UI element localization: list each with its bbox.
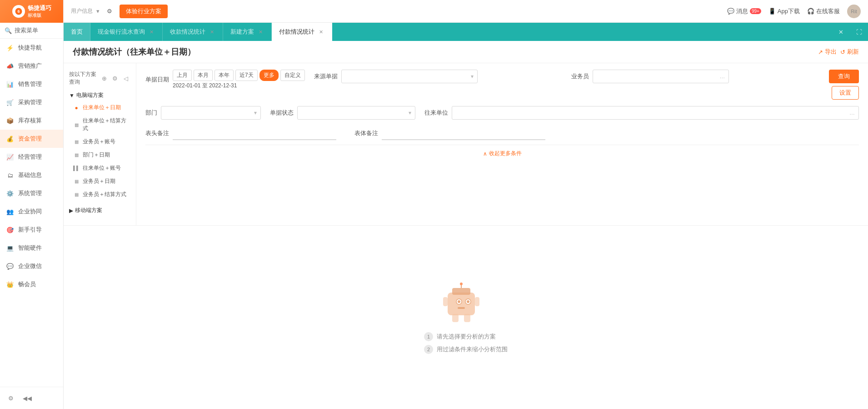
scheme-dept-date[interactable]: ▦ 部门＋日期	[64, 148, 136, 162]
dropdown-icon3: ▾	[254, 110, 257, 116]
gear-icon[interactable]: ⚙	[103, 5, 116, 18]
scheme-partner-settlement[interactable]: ▦ 往来单位＋结算方式	[64, 114, 136, 135]
empty-state: 1 请先选择要分析的方案 2 用过滤条件来缩小分析范围	[64, 226, 868, 409]
sidebar-item-label-operations: 经营管理	[18, 153, 42, 161]
search-icon: 🔍	[5, 27, 12, 34]
add-scheme-icon[interactable]: ⊕	[100, 74, 109, 83]
date-this-year-btn[interactable]: 本年	[215, 70, 234, 81]
staff-field: 业务员 …	[571, 70, 820, 83]
sidebar-item-label-marketing: 营销推广	[18, 62, 42, 70]
sidebar-item-marketing[interactable]: 📣 营销推广	[0, 57, 63, 75]
sidebar-item-enterprise[interactable]: 👥 企业协同	[0, 202, 63, 221]
table-scheme-icon2: ▦	[73, 138, 80, 146]
tab-close-all-btn[interactable]: ✕	[832, 23, 850, 41]
filter-sidebar-header: 按以下方案查询 ⊕ ⚙ ◁	[64, 69, 136, 90]
refresh-btn[interactable]: ↺ 刷新	[840, 48, 859, 56]
export-btn[interactable]: ↗ 导出	[818, 48, 837, 56]
tab-collection-label: 收款情况统计	[170, 28, 205, 36]
scheme-staff-settlement[interactable]: ▦ 业务员＋结算方式	[64, 188, 136, 201]
collapse-conditions-btn[interactable]: ∧ 收起更多条件	[145, 145, 859, 162]
sidebar-item-purchase[interactable]: 🛒 采购管理	[0, 93, 63, 111]
date-7days-btn[interactable]: 近7天	[235, 70, 258, 81]
app-download-item[interactable]: 📱 App下载	[768, 7, 800, 15]
tab-collection-stats[interactable]: 收款情况统计 ✕	[163, 23, 223, 41]
tab-home[interactable]: 首页	[64, 23, 90, 41]
date-last-month-btn[interactable]: 上月	[173, 70, 192, 81]
sidebar-item-inventory[interactable]: 📦 库存核算	[0, 111, 63, 130]
tab-bank-flow-label: 现金银行流水查询	[98, 28, 145, 36]
tab-bar-right: ✕ ⛶	[832, 23, 868, 41]
staff-select[interactable]: …	[593, 70, 729, 83]
query-btn[interactable]: 查询	[829, 70, 859, 83]
settings-scheme-icon[interactable]: ⚙	[110, 74, 120, 83]
doc-status-select[interactable]: ▾	[297, 106, 415, 120]
dept-select[interactable]: ▾	[161, 106, 261, 120]
scheme-staff-account-label: 业务员＋账号	[83, 138, 115, 146]
scheme-staff-date[interactable]: ▦ 业务员＋日期	[64, 175, 136, 188]
mobile-schemes-group: ▶ 移动端方案	[64, 205, 136, 216]
close-icon[interactable]: ✕	[317, 28, 324, 35]
expand-icon: ▼	[69, 92, 75, 99]
body-note-input[interactable]	[382, 126, 545, 140]
scheme-staff-account[interactable]: ▦ 业务员＋账号	[64, 135, 136, 148]
cart-icon: 🛒	[5, 98, 15, 107]
tab-payment-stats[interactable]: 付款情况统计 ✕	[272, 23, 332, 41]
desktop-schemes-title[interactable]: ▼ 电脑端方案	[64, 90, 136, 101]
collapse-bottom-btn[interactable]: ◀◀	[21, 392, 34, 404]
online-service-item[interactable]: 🎧 在线客服	[807, 7, 840, 15]
scheme-partner-account[interactable]: ▌▌ 往来单位＋账号	[64, 162, 136, 175]
avatar[interactable]: Rit	[847, 5, 861, 18]
sidebar-item-hardware[interactable]: 💻 智能硬件	[0, 239, 63, 257]
trial-btn[interactable]: 体验行业方案	[120, 5, 168, 18]
messages-label: 消息	[736, 7, 748, 15]
sidebar-item-member[interactable]: 👑 畅会员	[0, 275, 63, 293]
partner-select[interactable]: …	[452, 106, 859, 120]
date-custom-btn[interactable]: 自定义	[280, 70, 305, 81]
top-header: 用户信息 ▾ ⚙ 体验行业方案 💬 消息 99+ 📱 App下载 🎧 在线客服 …	[64, 0, 868, 23]
close-icon[interactable]: ✕	[208, 28, 215, 35]
export-label: 导出	[825, 48, 837, 56]
team-icon: 👥	[5, 207, 15, 216]
collapse-sidebar-icon[interactable]: ◁	[121, 74, 130, 83]
tab-home-label: 首页	[71, 28, 83, 36]
sidebar-item-system[interactable]: ⚙️ 系统管理	[0, 184, 63, 202]
close-icon[interactable]: ✕	[257, 28, 264, 35]
sidebar-item-wechat[interactable]: 💬 企业微信	[0, 257, 63, 275]
logo-text: 畅捷通巧	[28, 4, 51, 12]
date-this-month-btn[interactable]: 本月	[194, 70, 213, 81]
search-label: 搜索菜单	[15, 26, 38, 35]
page-content: 付款情况统计（往来单位＋日期） ↗ 导出 ↺ 刷新 按以下方案查询 ⊕	[64, 41, 868, 409]
close-icon[interactable]: ✕	[148, 28, 155, 35]
scheme-partner-date[interactable]: ● 往来单位＋日期	[64, 101, 136, 114]
sidebar-item-quick-nav[interactable]: ⚡ 快捷导航	[0, 39, 63, 57]
mobile-schemes-title[interactable]: ▶ 移动端方案	[64, 205, 136, 216]
chevron-down-icon[interactable]: ▾	[96, 8, 100, 15]
source-doc-select[interactable]: ▾	[341, 70, 478, 83]
tab-bank-flow[interactable]: 现金银行流水查询 ✕	[90, 23, 163, 41]
refresh-label: 刷新	[847, 48, 859, 56]
empty-state-text: 1 请先选择要分析的方案 2 用过滤条件来缩小分析范围	[424, 332, 508, 354]
desktop-schemes-label: 电脑端方案	[76, 91, 104, 99]
staff-label: 业务员	[571, 72, 589, 81]
box-icon: 📦	[5, 116, 15, 125]
sidebar-item-operations[interactable]: 📈 经营管理	[0, 148, 63, 166]
empty-state-illustration	[439, 281, 493, 327]
sidebar-item-finance[interactable]: 💰 资金管理	[0, 130, 63, 148]
search-menu[interactable]: 🔍 搜索菜单	[0, 23, 63, 39]
sidebar-item-sales[interactable]: 📊 销售管理	[0, 75, 63, 93]
header-note-input[interactable]	[173, 126, 336, 140]
sidebar-item-basic[interactable]: 🗂 基础信息	[0, 166, 63, 184]
settings-filter-btn[interactable]: 设置	[832, 86, 859, 100]
tab-new-scheme[interactable]: 新建方案 ✕	[223, 23, 272, 41]
sidebar-item-label-finance: 资金管理	[18, 135, 42, 143]
messages-item[interactable]: 💬 消息 99+	[727, 7, 761, 15]
sidebar-item-guide[interactable]: 🎯 新手引导	[0, 221, 63, 239]
scheme-partner-date-label: 往来单位＋日期	[83, 104, 121, 111]
settings-bottom-btn[interactable]: ⚙	[5, 392, 17, 404]
tab-fullscreen-btn[interactable]: ⛶	[850, 23, 868, 41]
date-more-btn[interactable]: 更多	[259, 70, 279, 81]
body-note-field: 表体备注	[354, 126, 545, 140]
svg-rect-10	[475, 297, 479, 306]
date-field: 单据日期 上月 本月 本年 近7天 更多 自定义 2022-01-01 至 20…	[145, 70, 305, 90]
body-note-input-wrapper	[382, 126, 545, 140]
